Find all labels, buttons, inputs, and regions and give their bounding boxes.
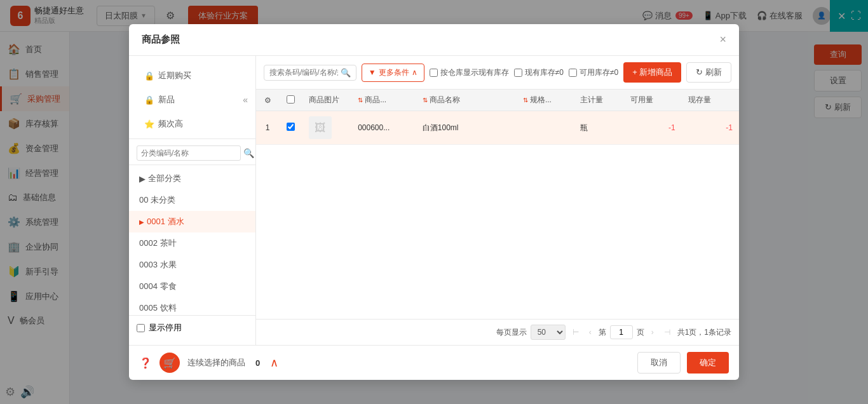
modal-footer: ❓ 🛒 连续选择的商品 0 ∧ 取消 确定 (129, 345, 739, 380)
th-product-image: 商品图片 (302, 90, 351, 111)
filter-bar: 🔍 ▼ 更多条件 ∧ 按仓库显示现有库存 现有库存≠0 (256, 56, 739, 90)
last-page-button[interactable]: ⊣ (661, 327, 674, 338)
col-settings-icon[interactable]: ⚙ (264, 96, 271, 105)
cat-0005-label: 0005 饮料 (139, 302, 177, 314)
cat-0002-label: 0002 茶叶 (139, 238, 177, 249)
panel-footer: 显示停用 (129, 315, 255, 340)
modal-header: 商品参照 × (129, 24, 739, 56)
per-page-select[interactable]: 50 100 (531, 325, 566, 340)
product-table-wrapper: ⚙ 商品图片 (256, 90, 739, 319)
category-search-icon[interactable]: 🔍 (243, 148, 254, 158)
product-search-box: 🔍 (264, 65, 356, 81)
row-stock-cell: -1 (682, 111, 739, 145)
filter-icon: ▼ (369, 68, 376, 77)
row-checkbox[interactable] (287, 123, 295, 131)
refresh-button[interactable]: ↻ 刷新 (686, 62, 731, 83)
total-records-label: 共1页，1条记录 (677, 327, 731, 338)
frequent-item[interactable]: ⭐ 频次高 (137, 113, 199, 135)
product-reference-modal: 商品参照 × 🔒 近期购买 🔒 新品 (129, 24, 739, 380)
show-disabled-label: 显示停用 (149, 322, 182, 333)
prev-page-button[interactable]: ‹ (586, 327, 595, 338)
cart-label: 连续选择的商品 (187, 357, 245, 368)
show-disabled-checkbox[interactable] (137, 324, 145, 332)
collapse-footer-icon[interactable]: ∧ (270, 356, 278, 370)
category-item-0005[interactable]: 0005 饮料 (129, 297, 255, 315)
th-product-name: ⇅ 商品名称 (416, 90, 517, 111)
modal-body: 🔒 近期购买 🔒 新品 ⭐ 频次高 « (129, 56, 739, 345)
category-list: ▶ 全部分类 00 未分类 ▶ 0001 酒水 0002 茶叶 0003 水果 (129, 165, 255, 315)
product-stock: -1 (726, 123, 733, 132)
product-code: 000600... (358, 123, 390, 132)
more-conditions-button[interactable]: ▼ 更多条件 ∧ (362, 64, 424, 82)
th-spec: ⇅ 规格... (517, 90, 574, 111)
first-page-button[interactable]: ⊢ (569, 327, 582, 338)
existing-stock-label: 现有库存≠0 (525, 67, 564, 78)
panel-top: 🔒 近期购买 🔒 新品 ⭐ 频次高 « (129, 61, 255, 139)
modal-overlay: 商品参照 × 🔒 近期购买 🔒 新品 (0, 0, 868, 404)
page-suffix-label: 页 (637, 327, 644, 338)
category-item-00[interactable]: 00 未分类 (129, 189, 255, 211)
filter-action-buttons: + 新增商品 ↻ 刷新 (623, 62, 731, 83)
row-spec-cell (517, 111, 574, 145)
collapse-panel-button[interactable]: « (243, 95, 248, 105)
product-search-input[interactable] (269, 68, 338, 77)
modal-title: 商品参照 (142, 34, 180, 46)
th-settings: ⚙ (256, 90, 279, 111)
product-name: 白酒100ml (423, 123, 459, 132)
cart-icon[interactable]: 🛒 (159, 353, 180, 373)
cat-0001-label: 0001 酒水 (147, 216, 184, 227)
available-stock-checkbox[interactable] (569, 69, 577, 77)
cat-0003-label: 0003 水果 (139, 259, 177, 271)
category-item-0003[interactable]: 0003 水果 (129, 254, 255, 276)
category-search-input[interactable] (137, 145, 241, 161)
all-category-item[interactable]: ▶ 全部分类 (129, 168, 255, 189)
confirm-button[interactable]: 确定 (687, 352, 729, 374)
help-icon[interactable]: ❓ (139, 357, 152, 369)
row-code-cell: 000600... (351, 111, 416, 145)
cancel-button[interactable]: 取消 (637, 352, 681, 374)
existing-stock-checkbox-label[interactable]: 现有库存≠0 (514, 67, 564, 78)
chevron-up-icon: ∧ (412, 68, 417, 77)
select-all-checkbox[interactable] (287, 95, 295, 104)
row-name-cell: 白酒100ml (416, 111, 517, 145)
page-number-input[interactable] (610, 325, 633, 339)
add-product-button[interactable]: + 新增商品 (623, 62, 681, 83)
new-items-label: 新品 (158, 94, 175, 105)
product-unit: 瓶 (580, 123, 588, 132)
category-panel: 🔒 近期购买 🔒 新品 ⭐ 频次高 « (129, 56, 256, 345)
modal-close-button[interactable]: × (719, 33, 726, 46)
th-img-label: 商品图片 (309, 95, 339, 105)
show-warehouse-label: 按仓库显示现有库存 (440, 67, 509, 78)
available-stock-checkbox-label[interactable]: 可用库存≠0 (569, 67, 618, 78)
show-warehouse-checkbox-label[interactable]: 按仓库显示现有库存 (430, 67, 509, 78)
show-warehouse-checkbox[interactable] (430, 69, 438, 77)
recent-buy-label: 近期购买 (158, 70, 191, 81)
category-item-0001[interactable]: ▶ 0001 酒水 (129, 211, 255, 232)
search-icon[interactable]: 🔍 (341, 68, 351, 77)
recent-buy-item[interactable]: 🔒 近期购买 (137, 65, 199, 86)
product-table: ⚙ 商品图片 (256, 90, 739, 145)
category-item-0002[interactable]: 0002 茶叶 (129, 232, 255, 254)
next-page-button[interactable]: › (648, 327, 657, 338)
product-image: 🖼 (309, 116, 332, 139)
cart-count: 0 (255, 358, 260, 368)
row-checkbox-cell (279, 111, 302, 145)
category-item-0004[interactable]: 0004 零食 (129, 276, 255, 297)
new-items-item[interactable]: 🔒 新品 (137, 89, 199, 111)
th-unit-label: 主计量 (580, 95, 603, 105)
sort-spec-icon: ⇅ (523, 97, 528, 104)
per-page-label: 每页显示 (496, 327, 527, 338)
more-conditions-label: 更多条件 (379, 67, 409, 78)
cat-0004-label: 0004 零食 (139, 281, 177, 292)
cat-0001-arrow: ▶ (139, 219, 144, 226)
row-unit-cell: 瓶 (574, 111, 624, 145)
th-available: 可用量 (624, 90, 681, 111)
page-text-label: 第 (599, 327, 606, 338)
th-checkbox (279, 90, 302, 111)
product-list-panel: 🔍 ▼ 更多条件 ∧ 按仓库显示现有库存 现有库存≠0 (256, 56, 739, 345)
existing-stock-checkbox[interactable] (514, 69, 522, 77)
all-category-arrow: ▶ (139, 174, 146, 184)
table-row[interactable]: 1 🖼 000600... (256, 111, 739, 145)
sort-name-icon: ⇅ (423, 97, 428, 104)
th-stock-label: 现存量 (688, 95, 711, 105)
